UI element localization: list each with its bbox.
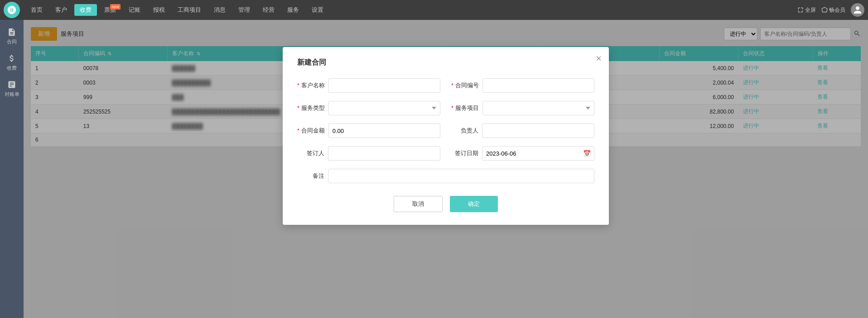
content-area: 新增 服务项目 进行中 已完成 全部 [24,20,868,318]
notes-field: 备注 [297,169,594,183]
contract-no-label: 合同编号 [451,81,479,90]
fullscreen-label: 全屏 [805,6,816,14]
statement-icon [7,80,17,90]
fullscreen-btn[interactable]: 全屏 [797,6,816,14]
form-row-4: 签订人 签订日期 📅 [297,146,594,161]
service-type-label: 服务类型 [297,104,325,112]
sidebar: 合同 收费 对账单 [0,20,24,318]
new-badge: new [110,4,121,9]
sidebar-statement-label: 对账单 [5,91,19,98]
sign-date-field: 签订日期 📅 [451,146,594,161]
customer-field: 客户名称 [297,78,440,93]
nav-right: 全屏 畅会员 [797,3,864,17]
form-row-3: 合同金额 负责人 [297,123,594,138]
vip-label: 畅会员 [829,6,845,14]
notes-label: 备注 [297,172,324,180]
nav-bookkeeping[interactable]: 记账 [123,4,146,16]
nav-home[interactable]: 首页 [25,4,48,16]
cancel-button[interactable]: 取消 [394,196,443,212]
responsible-label: 负责人 [451,127,478,135]
nav-business[interactable]: 工商项目 [172,4,207,16]
nav-operation[interactable]: 经营 [257,4,280,16]
responsible-field: 负责人 [451,123,594,138]
calendar-icon[interactable]: 📅 [583,150,591,157]
service-item-label: 服务项目 [451,104,479,112]
sidebar-fee-label: 收费 [7,65,17,71]
sidebar-item-statement[interactable]: 对账单 [1,76,23,101]
nav-message[interactable]: 消息 [208,4,231,16]
notes-input[interactable] [328,169,594,183]
nav-invoice[interactable]: 票据 new [99,4,121,16]
sign-date-input[interactable] [482,146,594,161]
app-logo[interactable] [4,2,20,18]
form-row-1: 客户名称 合同编号 [297,78,594,93]
modal-title: 新建合同 [297,58,594,67]
service-type-select-wrap [328,101,440,115]
nav-tax[interactable]: 报税 [148,4,170,16]
service-type-field: 服务类型 [297,101,440,115]
fee-icon [7,53,17,63]
sidebar-item-fee[interactable]: 收费 [1,50,23,75]
contract-icon [7,27,17,37]
amount-field: 合同金额 [297,123,440,138]
responsible-input[interactable] [482,123,594,138]
modal-close-button[interactable]: ✕ [596,54,602,63]
service-item-field: 服务项目 [451,101,594,115]
amount-label: 合同金额 [297,127,325,135]
sidebar-item-contract[interactable]: 合同 [1,24,23,49]
service-item-select-wrap [482,101,594,115]
main-layout: 合同 收费 对账单 新增 服务项目 进行中 已完成 [0,20,868,318]
modal-footer: 取消 确定 [297,196,594,212]
top-nav: 首页 客户 收费 票据 new 记账 报税 工商项目 消息 管理 经营 服务 设… [0,0,868,20]
new-contract-modal: ✕ 新建合同 客户名称 合同编号 服务类型 [283,47,609,225]
nav-manage[interactable]: 管理 [233,4,256,16]
contract-no-input[interactable] [482,78,594,93]
nav-settings[interactable]: 设置 [306,4,329,16]
service-item-select[interactable] [482,101,594,115]
user-avatar[interactable] [851,3,864,17]
sidebar-contract-label: 合同 [7,38,17,45]
amount-input[interactable] [328,123,440,138]
vip-btn[interactable]: 畅会员 [821,6,845,14]
nav-customer[interactable]: 客户 [50,4,72,16]
form-row-5: 备注 [297,169,594,183]
signer-label: 签订人 [297,149,324,157]
sign-date-label: 签订日期 [451,149,478,157]
nav-fee[interactable]: 收费 [74,4,97,16]
contract-no-field: 合同编号 [451,78,594,93]
nav-items: 首页 客户 收费 票据 new 记账 报税 工商项目 消息 管理 经营 服务 设… [25,4,797,16]
customer-label: 客户名称 [297,81,325,90]
confirm-button[interactable]: 确定 [450,196,498,212]
service-type-select[interactable] [328,101,440,115]
customer-input[interactable] [328,78,440,93]
date-input-wrap: 📅 [482,146,594,161]
signer-input[interactable] [328,146,440,161]
form-row-2: 服务类型 服务项目 [297,101,594,115]
signer-field: 签订人 [297,146,440,161]
modal-overlay: ✕ 新建合同 客户名称 合同编号 服务类型 [24,20,868,318]
nav-service[interactable]: 服务 [282,4,304,16]
